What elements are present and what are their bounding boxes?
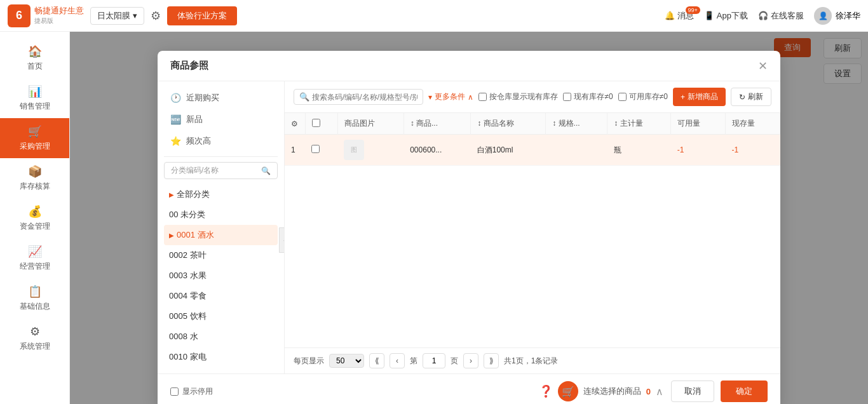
cart-button[interactable]: 🛒 bbox=[558, 381, 578, 401]
category-item-water[interactable]: 0008 水 bbox=[164, 327, 278, 347]
product-search-wrap[interactable]: 🔍 bbox=[294, 89, 423, 105]
page-suffix: 页 bbox=[451, 356, 458, 367]
row-checkbox[interactable] bbox=[305, 135, 337, 166]
category-label: 0010 家电 bbox=[169, 351, 207, 363]
logo-icon: 6 bbox=[8, 4, 31, 27]
left-panel: 🕐 近期购买 🆕 新品 ⭐ 频次高 bbox=[158, 81, 285, 374]
sidebar-label: 系统管理 bbox=[20, 341, 50, 352]
available-stock-checkbox[interactable] bbox=[618, 93, 627, 101]
nonzero-stock-checkbox[interactable] bbox=[563, 93, 571, 101]
search-icon: 🔍 bbox=[299, 92, 309, 102]
prev-page-button[interactable]: ‹ bbox=[390, 353, 405, 368]
check-nonzero-stock[interactable]: 现有库存≠0 bbox=[563, 91, 613, 102]
page-total: 共1页，1条记录 bbox=[504, 356, 558, 367]
online-service-button[interactable]: 🎧 在线客服 bbox=[758, 10, 804, 22]
refresh-product-button[interactable]: ↻ 刷新 bbox=[731, 88, 771, 106]
collapse-panel-button[interactable]: « bbox=[279, 227, 285, 253]
show-disabled-checkbox-wrap[interactable]: 显示停用 bbox=[170, 386, 213, 397]
settings-button[interactable]: ⚙ bbox=[151, 9, 161, 23]
row-index: 1 bbox=[285, 135, 305, 166]
first-page-button[interactable]: ⟪ bbox=[369, 353, 384, 368]
username-label: 徐泽华 bbox=[836, 10, 860, 22]
per-page-select[interactable]: 50 100 200 bbox=[329, 354, 364, 368]
app-download-button[interactable]: 📱 App下载 bbox=[704, 10, 748, 22]
product-search-input[interactable] bbox=[312, 93, 417, 102]
check1-label: 按仓库显示现有库存 bbox=[489, 91, 558, 102]
category-search-wrap[interactable]: 分类编码/名称 🔍 bbox=[164, 162, 278, 179]
row-spec bbox=[546, 135, 607, 166]
category-search-placeholder: 分类编码/名称 bbox=[171, 165, 219, 176]
category-item-tea[interactable]: 0002 茶叶 bbox=[164, 245, 278, 266]
category-label: 全部分类 bbox=[177, 189, 210, 200]
col-settings[interactable]: ⚙ bbox=[285, 113, 305, 135]
sidebar-item-inventory[interactable]: 📦 库存核算 bbox=[0, 158, 69, 198]
store-name: 日太阳膜 bbox=[97, 10, 130, 22]
tab-label: 频次高 bbox=[186, 135, 211, 147]
category-item-liquor[interactable]: ▶ 0001 酒水 bbox=[164, 225, 278, 245]
logo-text: 畅捷通好生意 bbox=[34, 6, 84, 17]
try-industry-button[interactable]: 体验行业方案 bbox=[167, 6, 237, 25]
category-item-appliance[interactable]: 0010 家电 bbox=[164, 347, 278, 367]
check-warehouse-stock[interactable]: 按仓库显示现有库存 bbox=[478, 91, 558, 102]
notification-button[interactable]: 🔔 消息 99+ bbox=[665, 10, 694, 22]
tab-label: 近期购买 bbox=[186, 92, 219, 104]
add-product-button[interactable]: + 新增商品 bbox=[673, 88, 726, 106]
category-label: 0004 零食 bbox=[169, 290, 207, 302]
product-table-wrap: ⚙ 商品图片 ↕ 商品... ↕ 商品名称 ↕ 规格... ↕ 主计量 可用量 … bbox=[285, 113, 780, 347]
sidebar-item-purchase[interactable]: 🛒 采购管理 bbox=[0, 118, 69, 158]
check2-label: 现有库存≠0 bbox=[574, 91, 613, 102]
help-icon[interactable]: ❓ bbox=[539, 384, 553, 398]
user-avatar-area[interactable]: 👤 徐泽华 bbox=[814, 7, 860, 25]
dialog-close-button[interactable]: ✕ bbox=[758, 60, 768, 72]
category-list: ▶ 全部分类 00 未分类 ▶ 0001 酒水 0002 茶叶 bbox=[158, 184, 284, 367]
category-label: 0003 水果 bbox=[169, 270, 207, 281]
col-code[interactable]: ↕ 商品... bbox=[403, 113, 471, 135]
warehouse-stock-checkbox[interactable] bbox=[478, 93, 487, 101]
tab-frequent[interactable]: ⭐ 频次高 bbox=[164, 131, 278, 151]
col-name[interactable]: ↕ 商品名称 bbox=[471, 113, 546, 135]
search-icon: 🔍 bbox=[261, 166, 271, 175]
category-item-snack[interactable]: 0004 零食 bbox=[164, 286, 278, 306]
mobile-icon: 📱 bbox=[704, 11, 714, 20]
store-selector[interactable]: 日太阳膜 ▾ bbox=[90, 7, 144, 25]
category-item-uncategorized[interactable]: 00 未分类 bbox=[164, 205, 278, 225]
sidebar-item-finance[interactable]: 💰 资金管理 bbox=[0, 198, 69, 238]
category-label: 0002 茶叶 bbox=[169, 250, 207, 261]
more-filter-button[interactable]: ▾ 更多条件 ∧ bbox=[428, 89, 473, 105]
topnav: 6 畅捷通好生意 捷易版 日太阳膜 ▾ ⚙ 体验行业方案 🔔 消息 99+ 📱 … bbox=[0, 0, 868, 32]
sidebar-item-sales[interactable]: 📊 销售管理 bbox=[0, 78, 69, 118]
tab-label: 新品 bbox=[186, 114, 203, 125]
next-page-button[interactable]: › bbox=[463, 353, 478, 368]
add-label: 新增商品 bbox=[688, 91, 718, 102]
headset-icon: 🎧 bbox=[758, 11, 768, 20]
check-available-stock[interactable]: 可用库存≠0 bbox=[618, 91, 668, 102]
table-row[interactable]: 1 图 000600... 白酒100ml 瓶 -1 bbox=[285, 135, 780, 166]
row-image: 图 bbox=[337, 135, 403, 166]
dialog-body: 🕐 近期购买 🆕 新品 ⭐ 频次高 bbox=[158, 81, 780, 374]
dialog-title: 商品参照 bbox=[170, 60, 208, 72]
filter-icon: ▾ bbox=[428, 93, 432, 102]
product-reference-dialog: 商品参照 ✕ 🕐 近期购买 🆕 新品 bbox=[158, 51, 780, 404]
chevron-up-icon[interactable]: ∧ bbox=[656, 386, 663, 398]
last-page-button[interactable]: ⟫ bbox=[484, 353, 499, 368]
sidebar-label: 首页 bbox=[27, 61, 43, 72]
tab-new-products[interactable]: 🆕 新品 bbox=[164, 109, 278, 130]
sidebar-item-business[interactable]: 📈 经营管理 bbox=[0, 238, 69, 278]
sidebar-item-system[interactable]: ⚙ 系统管理 bbox=[0, 318, 69, 358]
col-unit[interactable]: ↕ 主计量 bbox=[607, 113, 671, 135]
category-item-beverage[interactable]: 0005 饮料 bbox=[164, 306, 278, 327]
page-input[interactable] bbox=[423, 353, 445, 368]
show-disabled-checkbox[interactable] bbox=[170, 387, 179, 396]
right-panel: 🔍 ▾ 更多条件 ∧ 按仓库显示现有库存 bbox=[285, 81, 780, 374]
confirm-button[interactable]: 确定 bbox=[721, 380, 768, 402]
sidebar-item-home[interactable]: 🏠 首页 bbox=[0, 38, 69, 78]
tab-recent-purchase[interactable]: 🕐 近期购买 bbox=[164, 88, 278, 108]
cancel-button[interactable]: 取消 bbox=[671, 380, 714, 402]
filter-label: 更多条件 bbox=[435, 91, 465, 102]
row-select-checkbox[interactable] bbox=[311, 145, 320, 153]
sidebar-item-basic-info[interactable]: 📋 基础信息 bbox=[0, 278, 69, 318]
col-spec[interactable]: ↕ 规格... bbox=[546, 113, 607, 135]
select-all-checkbox[interactable] bbox=[312, 119, 320, 127]
category-item-all[interactable]: ▶ 全部分类 bbox=[164, 184, 278, 205]
category-item-fruit[interactable]: 0003 水果 bbox=[164, 266, 278, 286]
